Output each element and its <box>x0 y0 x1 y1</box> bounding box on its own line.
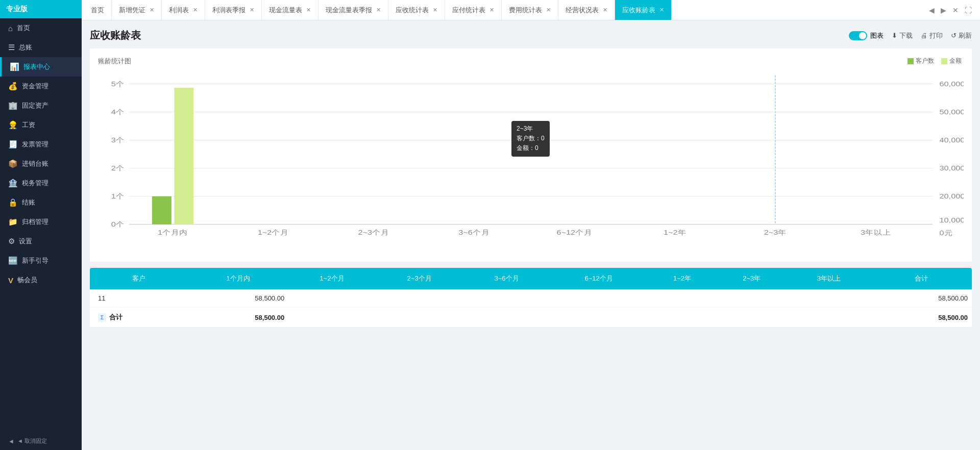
guide-icon: 🆕 <box>8 256 18 265</box>
tab-close-icon[interactable]: ✕ <box>376 7 381 13</box>
ledger-icon: ☰ <box>8 43 15 52</box>
sidebar-item-tax[interactable]: 🏦 税务管理 <box>0 173 82 193</box>
cell-total: 58,500.00 <box>871 289 972 308</box>
total-m8 <box>787 308 871 328</box>
cell-m1: 58,500.00 <box>188 289 288 308</box>
svg-text:10,000.00元: 10,000.00元 <box>940 216 964 223</box>
tab-next-icon[interactable]: ▶ <box>939 5 948 15</box>
tab-close-icon[interactable]: ✕ <box>603 7 607 13</box>
tab-close-icon[interactable]: ✕ <box>489 7 494 13</box>
sidebar: 专业版 ⌂ 首页 ☰ 总账 📊 报表中心 💰 资金管理 🏢 固定资产 👷 工资 … <box>0 0 82 450</box>
tab-home[interactable]: 首页 <box>84 0 112 20</box>
chart-svg-wrapper: 5个 4个 3个 2个 1个 0个 60,000.00元 50,000.00元 … <box>98 70 964 254</box>
total-m4 <box>463 308 550 328</box>
cell-m8 <box>787 289 871 308</box>
cell-m3 <box>376 289 463 308</box>
sidebar-item-closing[interactable]: 🔒 结账 <box>0 193 82 212</box>
svg-text:2~3个月: 2~3个月 <box>358 229 389 236</box>
collapse-label: ◄ 取消固定 <box>17 437 47 445</box>
tab-operations[interactable]: 经营状况表 ✕ <box>558 0 615 20</box>
col-m1: 1个月内 <box>188 268 288 289</box>
col-m3: 2~3个月 <box>376 268 463 289</box>
col-m7: 2~3年 <box>717 268 787 289</box>
chart-toggle[interactable]: 图表 <box>849 31 884 40</box>
tab-ap-stats[interactable]: 应付统计表 ✕ <box>445 0 502 20</box>
svg-text:1个月内: 1个月内 <box>158 229 188 236</box>
sidebar-item-label: 报表中心 <box>23 62 50 71</box>
table-total-row: Σ 合计 58,500.00 58,500.00 <box>90 308 972 328</box>
total-m6 <box>647 308 717 328</box>
sidebar-item-salary[interactable]: 👷 工资 <box>0 115 82 135</box>
report-icon: 📊 <box>10 62 19 71</box>
tab-close-icon[interactable]: ✕ <box>433 7 437 13</box>
sidebar-item-ledger[interactable]: ☰ 总账 <box>0 38 82 57</box>
sidebar-item-guide[interactable]: 🆕 新手引导 <box>0 251 82 270</box>
tab-close-icon[interactable]: ✕ <box>546 7 551 13</box>
report-header: 应收账龄表 图表 ⬇ 下载 🖨 打印 ↺ 刷新 <box>90 29 972 42</box>
tab-close-icon[interactable]: ✕ <box>659 7 664 13</box>
toggle-track[interactable] <box>849 31 867 40</box>
tab-new-voucher[interactable]: 新增凭证 ✕ <box>112 0 162 20</box>
tab-expand-icon[interactable]: ⛶ <box>963 5 974 15</box>
print-button[interactable]: 🖨 打印 <box>921 31 943 40</box>
sidebar-item-settings[interactable]: ⚙ 设置 <box>0 232 82 251</box>
sidebar-item-fund[interactable]: 💰 资金管理 <box>0 77 82 96</box>
toggle-label: 图表 <box>870 31 884 40</box>
col-total: 合计 <box>871 268 972 289</box>
sidebar-item-label: 首页 <box>17 23 30 33</box>
print-label: 打印 <box>929 31 943 40</box>
sidebar-item-asset[interactable]: 🏢 固定资产 <box>0 96 82 115</box>
app-logo: 专业版 <box>0 0 82 18</box>
svg-text:5个: 5个 <box>111 80 125 87</box>
print-icon: 🖨 <box>921 32 927 39</box>
tab-prev-icon[interactable]: ◀ <box>927 5 937 15</box>
sidebar-item-inventory[interactable]: 📦 进销台账 <box>0 154 82 173</box>
tab-close-icon[interactable]: ✕ <box>150 7 154 13</box>
tab-close-icon[interactable]: ✕ <box>250 7 254 13</box>
toggle-thumb <box>859 32 866 39</box>
tab-cashflow[interactable]: 现金流量表 ✕ <box>262 0 318 20</box>
legend-amount: 金额 <box>941 57 962 65</box>
legend-amount-label: 金额 <box>949 57 962 65</box>
tab-ar-stats[interactable]: 应收统计表 ✕ <box>388 0 445 20</box>
refresh-icon: ↺ <box>951 32 957 39</box>
tab-expense-stats[interactable]: 费用统计表 ✕ <box>502 0 558 20</box>
tab-label: 利润表 <box>169 6 189 15</box>
table-header-row: 客户 1个月内 1~2个月 2~3个月 3~6个月 6~12个月 1~2年 2~… <box>90 268 972 289</box>
svg-text:3个: 3个 <box>111 137 125 144</box>
settings-icon: ⚙ <box>8 237 15 246</box>
sidebar-item-vip[interactable]: V 畅会员 <box>0 270 82 290</box>
data-table: 客户 1个月内 1~2个月 2~3个月 3~6个月 6~12个月 1~2年 2~… <box>90 268 972 328</box>
tab-ar-aging[interactable]: 应收账龄表 ✕ <box>615 0 672 20</box>
download-button[interactable]: ⬇ 下载 <box>892 31 913 40</box>
total-m1: 58,500.00 <box>188 308 288 328</box>
tab-profit[interactable]: 利润表 ✕ <box>162 0 205 20</box>
tab-label: 应收账龄表 <box>622 6 655 15</box>
total-label: Σ 合计 <box>90 308 188 327</box>
total-total: 58,500.00 <box>871 308 972 328</box>
sidebar-item-invoice[interactable]: 🧾 发票管理 <box>0 135 82 154</box>
sidebar-item-label: 税务管理 <box>22 179 48 188</box>
tab-controls: ◀ ▶ ✕ ⛶ <box>923 5 978 15</box>
sidebar-item-report[interactable]: 📊 报表中心 <box>0 57 82 77</box>
download-icon: ⬇ <box>892 32 897 39</box>
tab-label: 新增凭证 <box>119 6 145 15</box>
collapse-button[interactable]: ◄ ◄ 取消固定 <box>0 432 82 450</box>
svg-text:50,000.00元: 50,000.00元 <box>940 109 964 116</box>
tab-label: 现金流量表季报 <box>326 6 372 15</box>
tab-cashflow-quarter[interactable]: 现金流量表季报 ✕ <box>318 0 388 20</box>
svg-text:30,000.00元: 30,000.00元 <box>940 165 964 172</box>
tab-profit-quarter[interactable]: 利润表季报 ✕ <box>205 0 262 20</box>
sidebar-item-home[interactable]: ⌂ 首页 <box>0 18 82 38</box>
tax-icon: 🏦 <box>8 179 18 188</box>
cell-m6 <box>647 289 717 308</box>
col-m6: 1~2年 <box>647 268 717 289</box>
sidebar-item-archive[interactable]: 📁 归档管理 <box>0 212 82 232</box>
tab-close-icon[interactable]: ✕ <box>306 7 311 13</box>
home-icon: ⌂ <box>8 24 13 33</box>
tab-close-all-icon[interactable]: ✕ <box>950 5 961 15</box>
svg-text:0个: 0个 <box>111 221 125 228</box>
refresh-button[interactable]: ↺ 刷新 <box>951 31 972 40</box>
tab-close-icon[interactable]: ✕ <box>193 7 198 13</box>
svg-text:1~2个月: 1~2个月 <box>258 229 289 236</box>
